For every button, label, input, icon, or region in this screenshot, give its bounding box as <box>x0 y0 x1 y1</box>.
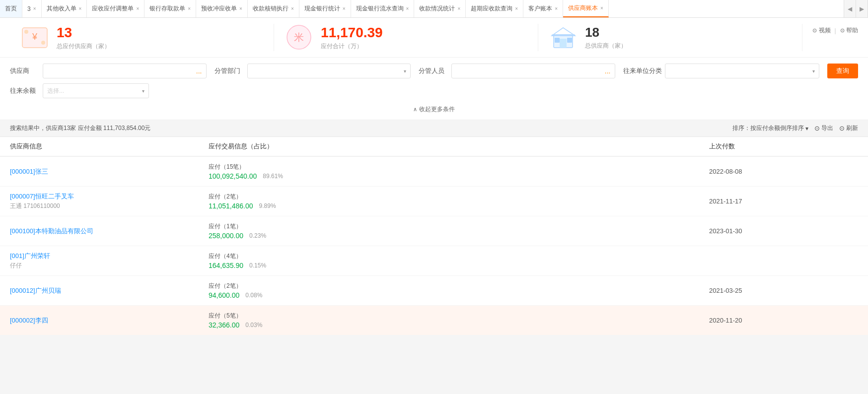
nav-tab-adjust[interactable]: 应收应付调整单 × <box>87 0 145 17</box>
stat-total-suppliers: 18 总供应商（家） <box>538 24 802 51</box>
export-button[interactable]: ⊙ 导出 <box>814 124 833 132</box>
top-navigation: 首页 3 × 其他收入单 × 应收应付调整单 × 银行存取款单 × 预收冲应收单… <box>0 0 868 18</box>
close-icon[interactable]: × <box>33 6 36 11</box>
tx-amount-1: 100,092,540.00 <box>209 172 257 180</box>
total-suppliers-number: 18 <box>585 25 627 40</box>
close-icon[interactable]: × <box>291 6 294 11</box>
tx-row-5: 94,600.00 0.08% <box>209 291 709 299</box>
tx-percent-3: 0.23% <box>249 232 266 239</box>
filter-person: 分管人员 ... <box>419 64 615 78</box>
svg-text:米: 米 <box>294 32 304 43</box>
tx-info-1: 应付（15笔） 100,092,540.00 89.61% <box>209 163 709 180</box>
link-divider: | <box>835 27 836 34</box>
last-payment-2: 2021-11-17 <box>709 197 858 205</box>
dept-input[interactable]: ▾ <box>247 64 411 78</box>
person-label: 分管人员 <box>419 66 448 75</box>
close-icon[interactable]: × <box>406 6 409 11</box>
close-icon[interactable]: × <box>188 6 191 11</box>
top-right-links: ⊙ 视频 | ⊙ 帮助 <box>812 24 858 35</box>
tx-row-4: 164,635.90 0.15% <box>209 262 709 269</box>
payable-suppliers-label: 总应付供应商（家） <box>57 42 110 51</box>
close-icon[interactable]: × <box>343 6 346 11</box>
col-header-lastpay: 上次付数 <box>709 142 858 151</box>
nav-tab-income[interactable]: 其他收入单 × <box>42 0 87 17</box>
table-row: [000007]恒旺二手叉车 王通 17106110000 应付（2笔） 11,… <box>0 187 868 216</box>
tx-row-1: 100,092,540.00 89.61% <box>209 172 709 180</box>
payable-amount-content: 11,170.39 应付合计（万） <box>321 24 383 51</box>
refresh-button[interactable]: ⊙ 刷新 <box>839 124 858 132</box>
nav-prev-button[interactable]: ◀ <box>844 0 856 18</box>
export-icon: ⊙ <box>814 125 820 132</box>
filter-balance: 往来余额 选择... ▾ <box>10 83 149 98</box>
table-header: 供应商信息 应付交易信息（占比） 上次付数 <box>0 137 868 157</box>
supplier-name-link-2[interactable]: [000007]恒旺二手叉车 <box>10 193 74 200</box>
col-header-tx: 应付交易信息（占比） <box>209 142 709 151</box>
svg-point-3 <box>41 41 45 45</box>
close-icon[interactable]: × <box>457 6 460 11</box>
tx-label-5: 应付（2笔） <box>209 282 709 290</box>
supplier-dots-icon: ... <box>196 67 202 75</box>
tx-info-2: 应付（2笔） 11,051,486.00 9.89% <box>209 193 709 210</box>
nav-tab-custbook[interactable]: 客户账本 × <box>523 0 563 17</box>
nav-tab-bank[interactable]: 银行存取款单 × <box>145 0 196 17</box>
video-link[interactable]: ⊙ 视频 <box>812 26 830 35</box>
supplier-name-link-5[interactable]: [000012]广州贝瑞 <box>10 287 61 294</box>
close-icon[interactable]: × <box>136 6 139 11</box>
category-input[interactable]: ▾ <box>665 64 820 78</box>
nav-arrow-group: ◀ ▶ <box>844 0 868 18</box>
query-button[interactable]: 查询 <box>827 64 858 78</box>
tx-label-6: 应付（5笔） <box>209 312 709 320</box>
nav-tab-supplierbook[interactable]: 供应商账本 × <box>563 0 609 17</box>
nav-next-button[interactable]: ▶ <box>856 0 868 18</box>
result-actions: 排序：按应付余额倒序排序 ▾ ⊙ 导出 ⊙ 刷新 <box>732 124 858 132</box>
balance-label: 往来余额 <box>10 86 40 95</box>
svg-rect-8 <box>560 39 567 48</box>
tx-row-3: 258,000.00 0.23% <box>209 232 709 240</box>
nav-tab-3[interactable]: 3 × <box>22 0 42 17</box>
close-icon[interactable]: × <box>600 5 603 11</box>
help-link[interactable]: ⊙ 帮助 <box>840 26 858 35</box>
supplier-input[interactable]: ... <box>43 64 207 78</box>
nav-tab-presell[interactable]: 预收冲应收单 × <box>196 0 248 17</box>
person-input[interactable]: ... <box>451 64 615 78</box>
balance-arrow-icon: ▾ <box>142 88 145 94</box>
close-icon[interactable]: × <box>239 6 242 11</box>
supplier-name-link-4[interactable]: [001]广州荣轩 <box>10 252 50 260</box>
balance-input[interactable]: 选择... ▾ <box>43 83 149 98</box>
sort-button[interactable]: 排序：按应付余额倒序排序 ▾ <box>732 124 808 132</box>
nav-tab-home[interactable]: 首页 <box>0 0 22 17</box>
sort-arrow-icon: ▾ <box>805 125 808 132</box>
close-icon[interactable]: × <box>515 6 518 11</box>
nav-tab-verify[interactable]: 收款核销执行 × <box>248 0 299 17</box>
stats-bar: ¥ 13 总应付供应商（家） 米 11,170.39 应付合计（万） <box>0 18 868 58</box>
supplier-name-link-3[interactable]: [000100]本特勤油品有限公司 <box>10 227 93 235</box>
tx-percent-5: 0.08% <box>245 292 262 299</box>
tx-row-2: 11,051,486.00 9.89% <box>209 202 709 210</box>
close-icon[interactable]: × <box>79 6 82 11</box>
total-supplier-icon <box>548 24 578 51</box>
nav-tab-cashflow[interactable]: 现金银行流水查询 × <box>351 0 415 17</box>
dept-label: 分管部门 <box>215 66 244 75</box>
tx-amount-4: 164,635.90 <box>209 262 243 269</box>
table-row: [000012]广州贝瑞 应付（2笔） 94,600.00 0.08% 2021… <box>0 276 868 306</box>
close-icon[interactable]: × <box>555 6 558 11</box>
tx-amount-5: 94,600.00 <box>209 291 239 299</box>
last-payment-1: 2022-08-08 <box>709 168 858 175</box>
payable-amount-icon: 米 <box>284 24 314 51</box>
nav-tab-overdue[interactable]: 超期应收款查询 × <box>466 0 523 17</box>
svg-rect-10 <box>567 38 572 43</box>
supplier-name-link-1[interactable]: [000001]张三 <box>10 168 48 175</box>
tx-amount-3: 258,000.00 <box>209 232 243 240</box>
nav-tab-cashstat[interactable]: 现金银行统计 × <box>299 0 351 17</box>
nav-tab-collectstat[interactable]: 收款情况统计 × <box>414 0 466 17</box>
collapse-button[interactable]: 收起更多条件 <box>413 105 455 114</box>
total-suppliers-content: 18 总供应商（家） <box>585 25 627 50</box>
supplier-label: 供应商 <box>10 66 40 75</box>
tx-percent-2: 9.89% <box>259 202 276 209</box>
person-dots-icon: ... <box>605 67 611 75</box>
supplier-name-link-6[interactable]: [000002]李四 <box>10 317 48 324</box>
payable-suppliers-number: 13 <box>57 24 110 41</box>
supplier-sub-2: 王通 17106110000 <box>10 202 209 210</box>
tx-percent-1: 89.61% <box>263 173 283 180</box>
last-payment-3: 2023-01-30 <box>709 227 858 235</box>
